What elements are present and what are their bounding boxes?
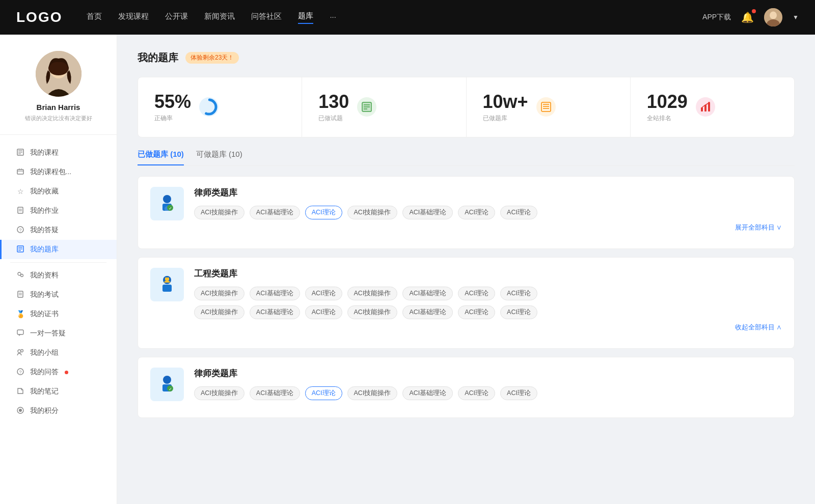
stat-text: 10w+ 已做题库	[483, 92, 528, 123]
header-right: APP下载 🔔 ▼	[702, 8, 799, 26]
sidebar-item-my-qbank[interactable]: 我的题库	[0, 240, 117, 259]
nav-home[interactable]: 首页	[87, 12, 102, 23]
sidebar-label: 我的积分	[30, 406, 59, 415]
tag-4[interactable]: ACI基础理论	[402, 305, 453, 319]
tag-5[interactable]: ACI理论	[458, 206, 495, 219]
main-content: 我的题库 体验剩余23天！ 55% 正确率 130	[117, 35, 815, 504]
stat-icon-list	[357, 97, 376, 117]
tag-1[interactable]: ACI基础理论	[250, 206, 300, 219]
sidebar-item-my-notes[interactable]: 我的笔记	[0, 382, 117, 401]
sidebar-item-my-data[interactable]: 我的资料	[0, 266, 117, 285]
collapse-link-2[interactable]: 收起全部科目 ∧	[194, 323, 782, 332]
tab-done-banks[interactable]: 已做题库 (10)	[138, 150, 184, 165]
tag-0[interactable]: ACI技能操作	[194, 386, 244, 400]
tag-6[interactable]: ACI理论	[500, 305, 537, 319]
sidebar-item-qa[interactable]: ? 我的答疑	[0, 220, 117, 240]
qbank-card-3: ✓ 律师类题库 ACI技能操作 ACI基础理论 ACI理论 ACI技能操作 AC…	[138, 357, 795, 418]
menu-divider	[10, 262, 106, 263]
user-avatar[interactable]	[764, 8, 782, 26]
tag-6[interactable]: ACI理论	[500, 386, 537, 400]
svg-rect-49	[708, 103, 710, 111]
nav-qbank[interactable]: 题库	[298, 11, 313, 24]
sidebar-item-one-on-one[interactable]: 一对一答疑	[0, 324, 117, 343]
stat-label: 全站排名	[647, 114, 688, 123]
tags-row-3: ACI技能操作 ACI基础理论 ACI理论 ACI技能操作 ACI基础理论 AC…	[194, 386, 782, 400]
tag-1[interactable]: ACI基础理论	[250, 287, 300, 300]
sidebar-avatar	[36, 51, 82, 97]
tab-available-banks[interactable]: 可做题库 (10)	[196, 150, 242, 165]
tag-2[interactable]: ACI理论	[305, 305, 342, 319]
tag-1[interactable]: ACI基础理论	[250, 305, 300, 319]
nav-news[interactable]: 新闻资讯	[204, 12, 235, 23]
tag-4[interactable]: ACI基础理论	[402, 206, 453, 219]
sidebar-item-my-points[interactable]: 我的积分	[0, 401, 117, 421]
sidebar-item-course-package[interactable]: 我的课程包...	[0, 162, 117, 182]
svg-point-24	[21, 274, 23, 276]
expand-link-1[interactable]: 展开全部科目 ∨	[194, 223, 782, 232]
svg-point-51	[163, 195, 171, 203]
sidebar-label: 我的证书	[30, 310, 59, 319]
tag-3[interactable]: ACI技能操作	[347, 206, 398, 219]
qbank-icon-lawyer: ✓	[150, 187, 184, 220]
sidebar-item-my-course[interactable]: 我的课程	[0, 143, 117, 162]
nav-more[interactable]: ···	[330, 12, 336, 23]
qbank-icon-lawyer-3: ✓	[150, 368, 184, 401]
tag-2[interactable]: ACI理论	[305, 206, 342, 219]
notification-bell[interactable]: 🔔	[741, 11, 754, 23]
avatar-image-large	[36, 51, 82, 97]
sidebar-item-my-group[interactable]: 我的小组	[0, 343, 117, 362]
stat-value: 130	[318, 92, 349, 112]
tag-1[interactable]: ACI基础理论	[250, 386, 300, 400]
tag-0[interactable]: ACI技能操作	[194, 287, 244, 300]
trial-badge: 体验剩余23天！	[185, 52, 239, 64]
main-nav: 首页 发现课程 公开课 新闻资讯 问答社区 题库 ···	[87, 11, 702, 24]
nav-open-course[interactable]: 公开课	[165, 12, 188, 23]
stat-done-banks: 10w+ 已做题库	[467, 77, 631, 137]
tag-2[interactable]: ACI理论	[305, 287, 342, 300]
nav-discover[interactable]: 发现课程	[118, 12, 149, 23]
svg-rect-42	[541, 102, 551, 111]
stat-label: 已做题库	[483, 114, 528, 123]
tag-3[interactable]: ACI技能操作	[347, 386, 398, 400]
stat-value: 55%	[154, 92, 191, 112]
tag-3[interactable]: ACI技能操作	[347, 305, 398, 319]
svg-rect-10	[17, 170, 23, 174]
tag-0[interactable]: ACI技能操作	[194, 206, 244, 219]
sidebar-item-my-question[interactable]: ? 我的问答	[0, 362, 117, 382]
sidebar-item-favorites[interactable]: ☆ 我的收藏	[0, 182, 117, 201]
tag-4[interactable]: ACI基础理论	[402, 287, 453, 300]
course-package-icon	[16, 168, 25, 177]
notification-badge	[752, 9, 756, 13]
tag-4[interactable]: ACI基础理论	[402, 386, 453, 400]
user-dropdown-icon[interactable]: ▼	[793, 14, 799, 21]
svg-text:?: ?	[19, 370, 21, 375]
sidebar-item-my-cert[interactable]: 🏅 我的证书	[0, 304, 117, 324]
logo[interactable]: LOGO	[16, 9, 62, 25]
tag-5[interactable]: ACI理论	[458, 386, 495, 400]
tag-6[interactable]: ACI理论	[500, 287, 537, 300]
exam-icon	[16, 291, 25, 299]
svg-rect-58	[165, 277, 169, 281]
tag-2[interactable]: ACI理论	[305, 386, 342, 400]
stat-icon-newspaper	[536, 97, 556, 117]
tag-6[interactable]: ACI理论	[500, 206, 537, 219]
sidebar-item-homework[interactable]: 我的作业	[0, 201, 117, 220]
tag-5[interactable]: ACI理论	[458, 305, 495, 319]
avatar-image	[764, 8, 782, 26]
sidebar-label: 我的作业	[30, 206, 59, 215]
tag-0[interactable]: ACI技能操作	[194, 305, 244, 319]
data-icon	[16, 271, 25, 280]
star-icon: ☆	[16, 187, 25, 195]
cert-icon: 🏅	[16, 310, 25, 318]
page-header: 我的题库 体验剩余23天！	[138, 51, 795, 65]
stat-correct-rate: 55% 正确率	[138, 77, 302, 137]
qbank-body-2: 工程类题库 ACI技能操作 ACI基础理论 ACI理论 ACI技能操作 ACI基…	[194, 268, 782, 332]
app-download-link[interactable]: APP下载	[702, 13, 731, 22]
question-icon: ?	[16, 368, 25, 377]
user-motto: 错误的决定比没有决定要好	[25, 115, 92, 122]
tag-5[interactable]: ACI理论	[458, 287, 495, 300]
tag-3[interactable]: ACI技能操作	[347, 287, 398, 300]
nav-qa[interactable]: 问答社区	[251, 12, 282, 23]
svg-rect-48	[704, 105, 707, 111]
sidebar-item-my-exam[interactable]: 我的考试	[0, 285, 117, 304]
